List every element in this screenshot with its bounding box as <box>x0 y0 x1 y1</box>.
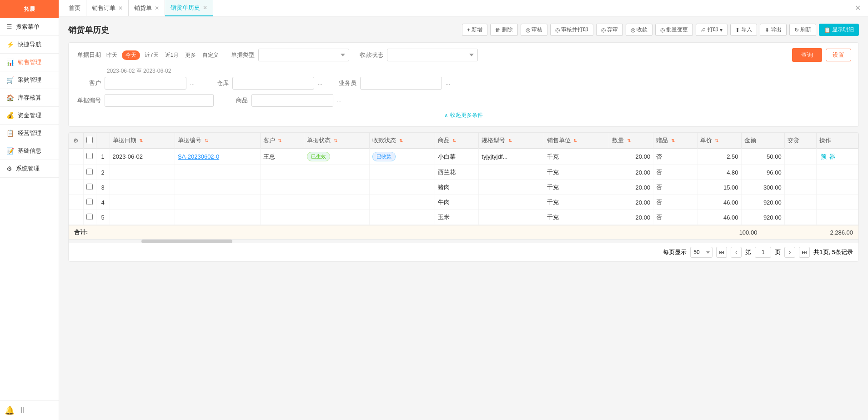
audit-button[interactable]: ◎ 审核 <box>521 24 547 36</box>
customer-picker[interactable]: ... <box>190 80 195 86</box>
sidebar-item-sys-mgmt[interactable]: ⚙ 系统管理 <box>0 160 59 178</box>
page-number-input[interactable] <box>755 247 771 258</box>
th-payment-status[interactable]: 收款状态 ⇅ <box>370 133 435 149</box>
ops-mgmt-icon: 📋 <box>6 130 14 137</box>
th-unit-price[interactable]: 单价 ⇅ <box>697 133 741 149</box>
prev-page-button[interactable]: ‹ <box>731 247 742 258</box>
product-picker[interactable]: ... <box>337 97 341 104</box>
cell-sales-unit: 千克 <box>544 165 609 180</box>
th-gear[interactable]: ⚙ <box>69 133 83 149</box>
sidebar-item-label: 系统管理 <box>16 165 40 173</box>
row-checkbox[interactable] <box>86 199 93 205</box>
collect-button[interactable]: ◎ 收款 <box>626 24 652 36</box>
tab-sales-delivery-close[interactable]: ✕ <box>155 5 159 11</box>
sidebar-item-purchase-mgmt[interactable]: 🛒 采购管理 <box>0 71 59 89</box>
sidebar-item-inventory-calc[interactable]: 🏠 库存核算 <box>0 89 59 107</box>
cell-amount: 920.00 <box>741 210 784 225</box>
sidebar-bottom-icon2[interactable]: ⏸ <box>18 405 26 415</box>
salesperson-picker[interactable]: ... <box>446 80 450 86</box>
scrollbar-thumb[interactable] <box>141 240 232 243</box>
shortcut-7days[interactable]: 近7天 <box>143 50 161 60</box>
sidebar-item-quick-nav[interactable]: ⚡ 快捷导航 <box>0 36 59 54</box>
sidebar-item-ops-mgmt[interactable]: 📋 经营管理 <box>0 125 59 142</box>
date-label: 单据日期 <box>76 51 101 59</box>
shortcut-more[interactable]: 更多 <box>183 50 198 60</box>
shortcut-today[interactable]: 今天 <box>122 50 140 60</box>
tab-sales-history[interactable]: 销货单历史 ✕ <box>165 0 213 16</box>
sidebar-item-label: 资金管理 <box>18 111 41 120</box>
cell-customer <box>260 180 304 195</box>
close-all-tabs-button[interactable]: ✕ <box>851 4 864 12</box>
cell-unit-price: 4.80 <box>697 165 741 180</box>
query-button[interactable]: 查询 <box>792 48 822 62</box>
th-product[interactable]: 商品 ⇅ <box>435 133 479 149</box>
th-gift[interactable]: 赠品 ⇅ <box>653 133 697 149</box>
payment-status-select[interactable] <box>387 49 478 61</box>
th-sales-unit[interactable]: 销售单位 ⇅ <box>544 133 609 149</box>
tab-sales-delivery[interactable]: 销货单 ✕ <box>129 0 165 16</box>
tab-sales-order-close[interactable]: ✕ <box>118 5 123 11</box>
shortcut-custom[interactable]: 自定义 <box>201 50 221 60</box>
cell-sales-unit: 千克 <box>544 180 609 195</box>
page-size-select[interactable]: 50 100 200 <box>690 247 712 258</box>
doc-number-input[interactable] <box>105 94 214 107</box>
warehouse-picker[interactable]: ... <box>318 80 322 86</box>
import-button[interactable]: ⬆ 导入 <box>730 24 757 36</box>
delete-button[interactable]: 🗑 删除 <box>490 24 518 36</box>
settings-button[interactable]: 设置 <box>826 49 851 61</box>
customer-input[interactable] <box>105 77 186 90</box>
th-quantity[interactable]: 数量 ⇅ <box>609 133 653 149</box>
doc-number-link[interactable]: SA-20230602-0 <box>178 153 219 160</box>
export-button[interactable]: ⬇ 导出 <box>760 24 787 36</box>
abandon-button[interactable]: ◎ 弃审 <box>596 24 623 36</box>
sidebar-item-sales-mgmt[interactable]: 📊 销售管理 <box>0 54 59 71</box>
delete-icon: 🗑 <box>495 27 501 33</box>
print-button[interactable]: 🖨 打印 ▾ <box>696 24 728 36</box>
batch-change-button[interactable]: ◎ 批量变更 <box>655 24 693 36</box>
salesperson-label: 业务员 <box>331 79 356 87</box>
scrollbar-area[interactable] <box>69 239 858 243</box>
audit-print-button[interactable]: ◎ 审核并打印 <box>550 24 593 36</box>
doc-type-select[interactable] <box>258 49 349 61</box>
row-checkbox[interactable] <box>86 169 93 175</box>
inventory-calc-icon: 🏠 <box>6 94 14 101</box>
th-doc-date[interactable]: 单据日期 ⇅ <box>110 133 175 149</box>
abandon-icon: ◎ <box>601 27 606 33</box>
cell-doc-status <box>304 165 370 180</box>
cell-gear <box>69 180 83 195</box>
refresh-button[interactable]: ↻ 刷新 <box>789 24 816 36</box>
cell-checkbox <box>83 149 96 165</box>
new-button[interactable]: + 新增 <box>462 24 487 36</box>
row-checkbox[interactable] <box>86 153 93 159</box>
collapse-button[interactable]: ∧ 收起更多条件 <box>444 111 483 119</box>
show-detail-button[interactable]: 📋 显示明细 <box>819 24 859 36</box>
tab-sales-order[interactable]: 销售订单 ✕ <box>86 0 129 16</box>
next-page-button[interactable]: › <box>784 247 795 258</box>
table-summary: 合计: 100.00 2,286.00 <box>69 225 858 239</box>
sidebar-bottom-icon1[interactable]: 🔔 <box>5 405 15 415</box>
th-spec[interactable]: 规格型号 ⇅ <box>479 133 544 149</box>
sidebar-item-finance-mgmt[interactable]: 💰 资金管理 <box>0 107 59 125</box>
cell-gear <box>69 149 83 165</box>
th-doc-status[interactable]: 单据状态 ⇅ <box>304 133 370 149</box>
op-detail-button[interactable]: 器 <box>829 153 835 160</box>
th-customer[interactable]: 客户 ⇅ <box>260 133 304 149</box>
th-doc-number[interactable]: 单据编号 ⇅ <box>175 133 261 149</box>
sidebar-item-label: 销售管理 <box>18 58 41 66</box>
select-all-checkbox[interactable] <box>86 137 93 143</box>
sidebar-item-search-menu[interactable]: ☰ 搜索菜单 <box>0 18 59 36</box>
tab-home[interactable]: 首页 <box>63 0 86 16</box>
op-preview-button[interactable]: 预 <box>821 153 827 160</box>
product-input[interactable] <box>251 94 333 107</box>
row-checkbox[interactable] <box>86 214 93 220</box>
row-checkbox[interactable] <box>86 184 93 190</box>
tab-sales-history-close[interactable]: ✕ <box>203 5 207 11</box>
last-page-button[interactable]: ⏭ <box>799 247 810 258</box>
cell-doc-number <box>175 195 261 210</box>
first-page-button[interactable]: ⏮ <box>716 247 727 258</box>
salesperson-input[interactable] <box>360 77 442 90</box>
shortcut-1month[interactable]: 近1月 <box>163 50 181 60</box>
warehouse-input[interactable] <box>232 77 314 90</box>
sidebar-item-basic-info[interactable]: 📝 基础信息 <box>0 142 59 160</box>
shortcut-yesterday[interactable]: 昨天 <box>105 50 119 60</box>
